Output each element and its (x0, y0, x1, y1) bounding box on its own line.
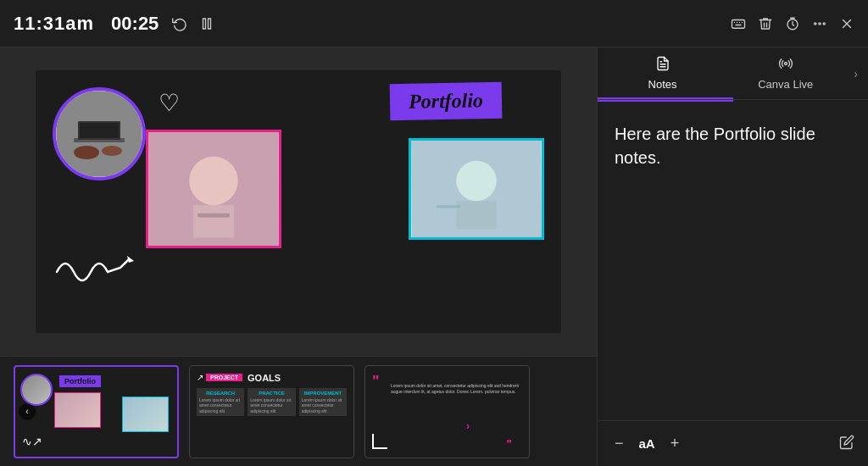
slide-preview-area: ♡ Portfolio (0, 47, 597, 356)
pause-icon[interactable] (199, 16, 214, 31)
right-panel: Notes Canva Live › (597, 47, 868, 466)
thumb-col-3-header: IMPROVEMENT (302, 391, 344, 396)
svg-rect-28 (437, 205, 461, 208)
svg-point-12 (823, 22, 825, 24)
top-right-icons (731, 16, 854, 31)
main-content: ♡ Portfolio (0, 47, 868, 466)
tab-canva-live-label: Canva Live (758, 78, 813, 91)
thumb-columns: RESEARCH Lorem ipsum dolor sit amet cons… (197, 388, 347, 417)
font-size-label[interactable]: aA (639, 436, 655, 451)
tab-notes-label: Notes (648, 78, 677, 91)
svg-point-10 (815, 22, 816, 24)
thumb-col-2: PRACTICE Lorem ipsum dolor sit amet cons… (248, 388, 295, 417)
svg-point-22 (189, 157, 237, 205)
thumb-col-3-text: Lorem ipsum dolor sit amet consectetur a… (302, 397, 344, 414)
current-time: 11:31am (14, 13, 94, 35)
delete-icon[interactable] (758, 16, 773, 31)
main-slide: ♡ Portfolio (36, 70, 561, 333)
timer-icon[interactable] (785, 16, 800, 31)
thumbnail-1[interactable]: ‹ Portfolio ∿↗ (14, 365, 179, 458)
thumbnail-2[interactable]: ↗ PROJECT GOALS RESEARCH Lorem ipsum dol… (189, 365, 354, 458)
thumb-col-2-header: PRACTICE (250, 391, 292, 396)
svg-point-32 (784, 63, 787, 65)
thumb-quote-close: " (506, 437, 512, 451)
edit-notes-button[interactable] (839, 435, 854, 453)
svg-point-20 (102, 146, 122, 156)
panel-chevron-right[interactable]: › (847, 60, 865, 87)
svg-point-19 (74, 146, 99, 159)
thumb-3-content: " Lorem ipsum dolor sit amet, consectetu… (365, 366, 529, 458)
notes-tab-icon (655, 56, 670, 75)
svg-rect-18 (80, 123, 119, 138)
thumb-photo-1 (54, 392, 101, 428)
notes-text: Here are the Portfolio slide notes. (615, 122, 851, 169)
thumb-text-block: Lorem ipsum dolor sit amet, consectetur … (391, 383, 522, 395)
keyboard-icon[interactable] (731, 16, 746, 31)
svg-point-26 (456, 161, 497, 202)
thumb-circle (20, 374, 53, 406)
thumb-goals-label: GOALS (248, 373, 281, 383)
svg-marker-29 (127, 256, 134, 263)
slide-center-photo (146, 130, 281, 248)
slide-circle-photo (53, 87, 146, 180)
svg-rect-24 (198, 214, 230, 218)
thumb-photo-2 (122, 397, 169, 432)
thumb-portfolio-label: Portfolio (59, 375, 101, 387)
history-icon[interactable] (172, 16, 187, 31)
slide-heart-decoration: ♡ (159, 89, 180, 117)
thumb-col-1-text: Lorem ipsum dolor sit amet consectetur a… (199, 397, 242, 414)
svg-rect-1 (209, 19, 211, 29)
thumb-nav-left[interactable]: ‹ (19, 403, 36, 420)
close-button[interactable] (839, 16, 854, 31)
slide-wave-decoration (53, 251, 154, 291)
tab-notes[interactable]: Notes (601, 47, 724, 99)
canva-live-tab-icon (778, 56, 793, 75)
slide-portfolio-box: Portfolio (390, 82, 503, 120)
thumb-project-label: PROJECT (206, 374, 242, 381)
svg-rect-0 (203, 19, 206, 29)
thumb-quote-text: Lorem ipsum dolor sit amet, consectetur … (391, 383, 522, 395)
thumb-quote-open: " (372, 373, 380, 391)
thumbnail-3[interactable]: " Lorem ipsum dolor sit amet, consectetu… (364, 365, 530, 458)
thumb-col-2-text: Lorem ipsum dolor sit amet consectetur a… (250, 397, 292, 414)
svg-rect-27 (456, 201, 497, 229)
panel-tabs-header: Notes Canva Live › (598, 47, 868, 100)
thumb-col-1: RESEARCH Lorem ipsum dolor sit amet cons… (197, 388, 244, 417)
more-options-icon[interactable] (812, 16, 827, 31)
panel-notes-content: Here are the Portfolio slide notes. (598, 102, 868, 420)
footer-controls: − aA + (611, 431, 682, 456)
svg-rect-2 (732, 19, 745, 28)
slide-circle-inner (56, 91, 142, 177)
thumb-arrow-right: › (466, 420, 470, 432)
top-bar: 11:31am 00:25 (0, 0, 868, 47)
increase-font-button[interactable]: + (667, 431, 683, 456)
timer-display: 00:25 (111, 13, 159, 35)
thumb-col-3: IMPROVEMENT Lorem ipsum dolor sit amet c… (299, 388, 347, 417)
thumb-wave-2: ↗ (197, 373, 203, 382)
panel-footer: − aA + (598, 420, 868, 466)
thumb-2-content: ↗ PROJECT GOALS RESEARCH Lorem ipsum dol… (190, 366, 353, 458)
decrease-font-button[interactable]: − (611, 431, 627, 456)
thumb-col-1-header: RESEARCH (199, 391, 242, 396)
thumb-corner-decoration (372, 434, 387, 449)
thumbnail-strip: ‹ Portfolio ∿↗ ↗ PROJECT GOALS (0, 356, 597, 466)
slide-portfolio-title: Portfolio (409, 89, 483, 113)
thumb-1-content: ‹ Portfolio ∿↗ (15, 367, 177, 457)
slide-background: ♡ Portfolio (36, 70, 561, 333)
svg-rect-23 (193, 205, 234, 237)
svg-point-11 (819, 22, 821, 24)
thumb-wave: ∿↗ (22, 435, 42, 448)
tab-canva-live[interactable]: Canva Live (724, 47, 847, 99)
top-bar-icons (172, 16, 731, 31)
slide-right-photo (409, 138, 544, 240)
center-area: ♡ Portfolio (0, 47, 597, 466)
